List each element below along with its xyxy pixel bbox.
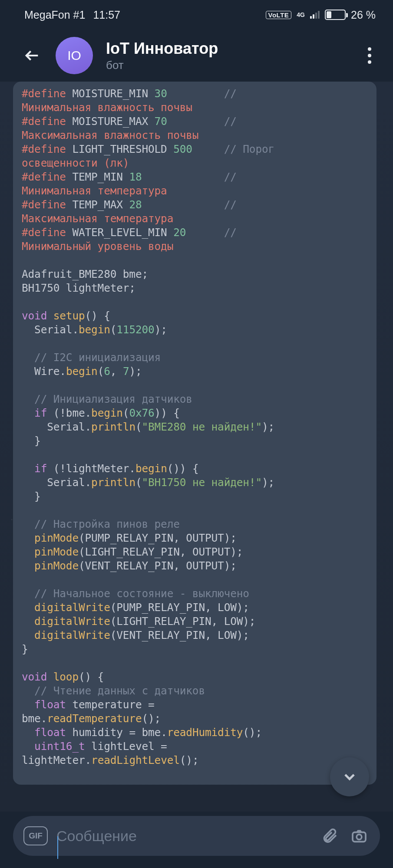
- more-button[interactable]: [359, 45, 380, 66]
- gif-button[interactable]: GIF: [23, 826, 48, 845]
- avatar[interactable]: IO: [56, 37, 93, 74]
- paperclip-icon: [321, 827, 338, 845]
- camera-icon: [350, 827, 368, 845]
- code-block: #define MOISTURE_MIN 30 //Минимальная вл…: [13, 87, 376, 767]
- scroll-to-bottom-button[interactable]: [330, 757, 369, 796]
- attach-button[interactable]: [319, 825, 340, 846]
- message-input[interactable]: [56, 828, 310, 845]
- chevron-down-icon: [341, 768, 358, 786]
- message-input-bar: GIF: [13, 816, 380, 856]
- status-bar: MegaFon #1 11:57 VoLTE 4G 26 %: [0, 0, 393, 30]
- text-cursor: [57, 836, 58, 859]
- chat-header: IO IoT Инноватор бот: [0, 30, 393, 82]
- clock-label: 11:57: [93, 9, 120, 21]
- chat-subtitle: бот: [106, 59, 346, 72]
- carrier-label: MegaFon #1: [24, 9, 85, 21]
- svg-point-1: [357, 835, 362, 840]
- chat-area[interactable]: #define MOISTURE_MIN 30 //Минимальная вл…: [0, 82, 393, 812]
- arrow-left-icon: [23, 47, 41, 64]
- message-bubble: #define MOISTURE_MIN 30 //Минимальная вл…: [13, 82, 376, 785]
- battery-icon: [325, 10, 346, 20]
- network-type: 4G: [297, 12, 305, 18]
- chat-title-block[interactable]: IoT Инноватор бот: [106, 39, 346, 72]
- battery-percent: 26 %: [351, 9, 376, 21]
- avatar-initials: IO: [67, 48, 81, 63]
- chat-title: IoT Инноватор: [106, 39, 346, 58]
- volte-badge: VoLTE: [266, 11, 292, 19]
- back-button[interactable]: [22, 45, 43, 66]
- camera-button[interactable]: [349, 825, 370, 846]
- signal-icon: [310, 11, 320, 19]
- more-vertical-icon: [368, 47, 371, 64]
